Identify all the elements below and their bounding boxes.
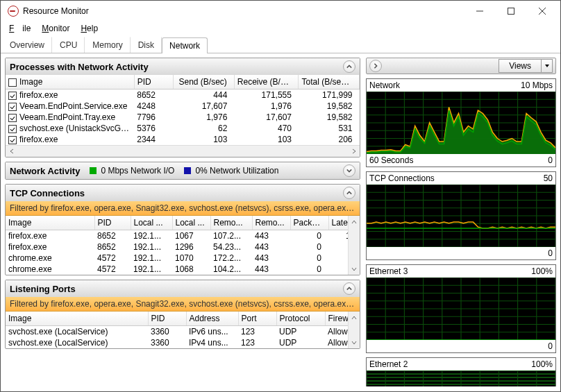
tcp-table: Image PID Local ... Local ... Remo... Re… bbox=[6, 216, 348, 275]
svg-marker-4 bbox=[545, 65, 549, 67]
collapse-right-icon[interactable] bbox=[369, 60, 382, 72]
col-local-port[interactable]: Local ... bbox=[172, 216, 210, 230]
col-image[interactable]: Image bbox=[6, 75, 134, 90]
app-icon bbox=[8, 6, 19, 17]
menu-help[interactable]: Help bbox=[76, 22, 102, 35]
graph-max: 10 Mbps bbox=[521, 80, 553, 90]
tcp-filter: Filtered by firefox.exe, opera.exe, Snag… bbox=[6, 201, 360, 216]
checkbox-icon[interactable] bbox=[8, 125, 17, 133]
col-remote-addr[interactable]: Remo... bbox=[210, 216, 252, 230]
chart-canvas bbox=[367, 370, 555, 386]
minimize-button[interactable] bbox=[464, 1, 495, 22]
table-row[interactable]: chrome.exe4572192.1...1068104.2...443017 bbox=[6, 264, 348, 275]
v-scrollbar[interactable] bbox=[348, 312, 360, 348]
views-button[interactable]: Views bbox=[499, 59, 553, 73]
col-total[interactable]: Total (B/sec)▼ bbox=[299, 75, 360, 90]
tab-overview[interactable]: Overview bbox=[2, 37, 52, 53]
graph-xmax: 0 bbox=[548, 155, 553, 165]
col-send[interactable]: Send (B/sec) bbox=[174, 75, 234, 90]
h-scrollbar[interactable] bbox=[6, 145, 360, 157]
right-panel-header: Views bbox=[366, 58, 556, 74]
dropdown-icon[interactable] bbox=[541, 60, 552, 72]
graph-network: Network10 Mbps 60 Seconds0 bbox=[366, 78, 556, 167]
processes-table: Image PID Send (B/sec) Receive (B/s... T… bbox=[6, 75, 360, 145]
table-row[interactable]: firefox.exe8652192.1...129654.23...44309… bbox=[6, 241, 348, 253]
col-firewall[interactable]: Firewall... bbox=[325, 312, 348, 326]
col-packet[interactable]: Packe... bbox=[290, 216, 328, 230]
section-listen-title: Listening Ports bbox=[10, 284, 76, 294]
section-processes-title: Processes with Network Activity bbox=[10, 62, 149, 72]
col-image[interactable]: Image bbox=[6, 216, 94, 230]
scroll-up-icon[interactable] bbox=[349, 216, 360, 228]
graph-max: 50 bbox=[544, 173, 553, 183]
tab-disk[interactable]: Disk bbox=[131, 37, 162, 53]
table-row[interactable]: svchost.exe (UnistackSvcGro...5376624705… bbox=[6, 123, 360, 134]
scroll-left-icon[interactable] bbox=[6, 146, 17, 157]
close-button[interactable] bbox=[526, 1, 558, 22]
table-row[interactable]: firefox.exe2344103103206 bbox=[6, 134, 360, 145]
collapse-icon[interactable] bbox=[343, 282, 355, 295]
graph-title: TCP Connections bbox=[369, 173, 435, 183]
graph-ethernet-2: Ethernet 2100% bbox=[366, 357, 556, 386]
table-row[interactable]: Veeam.EndPoint.Service.exe424817,6071,97… bbox=[6, 101, 360, 112]
chart-canvas bbox=[367, 278, 555, 340]
collapse-icon[interactable] bbox=[343, 60, 355, 73]
tab-cpu[interactable]: CPU bbox=[52, 37, 85, 53]
graph-max: 100% bbox=[531, 359, 553, 369]
graph-ethernet-3: Ethernet 3100% 0 bbox=[366, 264, 556, 353]
chart-canvas bbox=[367, 92, 555, 154]
netact-util: 0% Network Utilization bbox=[195, 166, 278, 176]
tab-memory[interactable]: Memory bbox=[85, 37, 130, 53]
col-latency[interactable]: Laten... bbox=[328, 216, 348, 230]
col-local-addr[interactable]: Local ... bbox=[131, 216, 172, 230]
table-row[interactable]: Veeam.EndPoint.Tray.exe77961,97617,60719… bbox=[6, 112, 360, 123]
section-netact-title: Network Activity bbox=[10, 166, 80, 176]
col-recv[interactable]: Receive (B/s... bbox=[234, 75, 299, 90]
scroll-down-icon[interactable] bbox=[349, 263, 360, 275]
menu-monitor[interactable]: Monitor bbox=[37, 22, 74, 35]
titlebar: Resource Monitor bbox=[1, 1, 560, 22]
table-row[interactable]: firefox.exe8652444171,555171,999 bbox=[6, 90, 360, 101]
window-controls bbox=[464, 1, 558, 22]
tab-network[interactable]: Network bbox=[162, 37, 208, 53]
graph-max: 100% bbox=[531, 266, 553, 276]
col-image[interactable]: Image bbox=[6, 312, 148, 326]
graph-xmax: 0 bbox=[548, 248, 553, 258]
col-pid[interactable]: PID bbox=[148, 312, 186, 326]
col-address[interactable]: Address bbox=[186, 312, 238, 326]
left-panel: Processes with Network Activity Image PI… bbox=[1, 53, 363, 391]
section-listening: Listening Ports Filtered by firefox.exe,… bbox=[5, 280, 360, 349]
col-protocol[interactable]: Protocol bbox=[276, 312, 325, 326]
listen-table: Image PID Address Port Protocol Firewall… bbox=[6, 312, 348, 348]
checkbox-icon[interactable] bbox=[8, 103, 17, 111]
table-row[interactable]: svchost.exe (LocalService)3360IPv4 uns..… bbox=[6, 337, 348, 348]
graph-title: Ethernet 2 bbox=[369, 359, 408, 369]
checkbox-icon[interactable] bbox=[8, 78, 17, 87]
graph-xmin: 60 Seconds bbox=[369, 155, 413, 165]
graph-tcp-connections: TCP Connections50 0 bbox=[366, 171, 556, 260]
scroll-down-icon[interactable] bbox=[349, 336, 360, 348]
checkbox-icon[interactable] bbox=[8, 136, 17, 144]
table-row[interactable]: chrome.exe4572192.1...1070172.2...443054 bbox=[6, 253, 348, 264]
expand-icon[interactable] bbox=[343, 164, 355, 177]
graph-title: Ethernet 3 bbox=[369, 266, 408, 276]
table-row[interactable]: svchost.exe (LocalService)3360IPv6 uns..… bbox=[6, 326, 348, 338]
chart-canvas bbox=[367, 185, 555, 247]
col-pid[interactable]: PID bbox=[94, 216, 131, 230]
collapse-icon[interactable] bbox=[343, 187, 355, 199]
section-tcp: TCP Connections Filtered by firefox.exe,… bbox=[5, 184, 360, 275]
checkbox-icon[interactable] bbox=[8, 92, 17, 100]
scroll-up-icon[interactable] bbox=[349, 312, 360, 323]
col-pid[interactable]: PID bbox=[134, 75, 174, 90]
section-tcp-title: TCP Connections bbox=[10, 188, 85, 198]
menu-file[interactable]: File bbox=[5, 22, 35, 35]
maximize-button[interactable] bbox=[495, 1, 526, 22]
col-port[interactable]: Port bbox=[238, 312, 276, 326]
col-remote-port[interactable]: Remo... bbox=[252, 216, 290, 230]
v-scrollbar[interactable] bbox=[348, 216, 360, 275]
table-row[interactable]: firefox.exe8652192.1...1067107.2...44301… bbox=[6, 230, 348, 242]
menubar: File Monitor Help bbox=[1, 22, 560, 35]
scroll-right-icon[interactable] bbox=[348, 146, 360, 157]
checkbox-icon[interactable] bbox=[8, 114, 17, 122]
window-title: Resource Monitor bbox=[23, 6, 464, 16]
